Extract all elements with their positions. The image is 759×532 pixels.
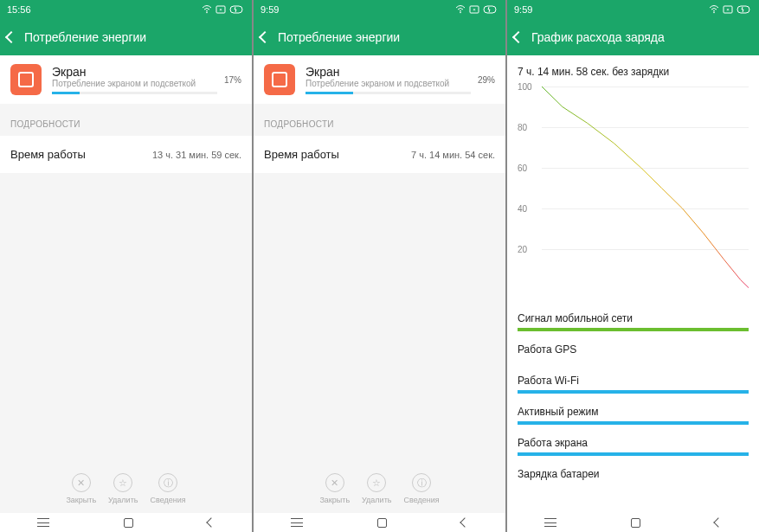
info-icon: ⓘ	[412, 473, 431, 492]
nav-back-icon[interactable]	[460, 517, 469, 527]
signal-bar	[518, 421, 749, 425]
bottom-actions: ✕Закрыть ☆Удалить ⓘСведения	[0, 465, 252, 513]
row-label: Время работы	[10, 148, 86, 161]
phone-screenshot-1: 15:56 × Потребление энергии Экран Потреб…	[0, 0, 252, 532]
signal-row: Работа экрана	[518, 437, 749, 456]
signal-bar	[518, 328, 749, 331]
header-title: График расхода заряда	[531, 30, 665, 44]
header: График расхода заряда	[507, 19, 759, 55]
status-bar: 9:59 ×	[507, 0, 759, 19]
svg-point-8	[713, 12, 715, 14]
status-time: 9:59	[514, 4, 532, 15]
card-subtitle: Потребление экраном и подсветкой	[52, 79, 217, 88]
signal-label: Активный режим	[518, 406, 749, 418]
screen-card[interactable]: Экран Потребление экраном и подсветкой 2…	[254, 55, 505, 104]
ytick-label: 40	[518, 204, 527, 214]
signal-row: Активный режим	[518, 406, 749, 425]
screen-icon	[264, 64, 295, 95]
svg-text:×: ×	[726, 7, 730, 12]
status-icons: ×	[455, 5, 498, 14]
screen-card[interactable]: Экран Потребление экраном и подсветкой 1…	[0, 55, 252, 104]
ytick-label: 20	[518, 245, 527, 254]
signal-row: Работа Wi-Fi	[518, 375, 749, 394]
nav-home-icon[interactable]	[377, 518, 387, 528]
header: Потребление энергии	[0, 19, 252, 55]
signal-label: Зарядка батареи	[518, 468, 749, 480]
nav-home-icon[interactable]	[631, 518, 640, 528]
header: Потребление энергии	[254, 19, 505, 55]
close-icon: ✕	[72, 473, 91, 492]
ytick-label: 80	[518, 123, 527, 132]
close-button[interactable]: ✕Закрыть	[319, 473, 350, 504]
screen-icon	[10, 64, 42, 95]
svg-text:×: ×	[473, 7, 476, 12]
ytick-label: 100	[518, 82, 532, 92]
progress-bar	[52, 92, 217, 94]
card-title: Экран	[306, 65, 471, 79]
section-label: ПОДРОБНОСТИ	[0, 104, 252, 136]
info-button[interactable]: ⓘСведения	[150, 473, 185, 504]
nav-back-icon[interactable]	[713, 517, 723, 527]
header-title: Потребление энергии	[278, 30, 400, 44]
row-label: Время работы	[264, 148, 339, 161]
nav-back-icon[interactable]	[206, 517, 215, 527]
status-bar: 15:56 ×	[0, 0, 252, 19]
row-value: 13 ч. 31 мин. 59 сек.	[152, 150, 241, 160]
signal-label: Сигнал мобильной сети	[518, 312, 749, 324]
signal-bar	[518, 484, 749, 487]
section-label: ПОДРОБНОСТИ	[254, 104, 505, 136]
delete-button[interactable]: ☆Удалить	[362, 473, 391, 504]
svg-point-0	[206, 12, 208, 14]
info-icon: ⓘ	[158, 473, 177, 492]
battery-line	[542, 87, 749, 290]
card-subtitle: Потребление экраном и подсветкой	[306, 79, 471, 88]
nav-bar	[254, 513, 505, 532]
signal-label: Работа экрана	[518, 437, 749, 449]
svg-text:×: ×	[219, 7, 222, 12]
nav-menu-icon[interactable]	[544, 518, 556, 527]
signal-bar	[518, 359, 749, 362]
detail-row[interactable]: Время работы 7 ч. 14 мин. 54 сек.	[254, 136, 505, 173]
signal-label: Работа GPS	[518, 343, 749, 356]
status-icons: ×	[709, 5, 752, 14]
row-value: 7 ч. 14 мин. 54 сек.	[411, 150, 495, 160]
back-icon[interactable]	[5, 31, 17, 43]
signals-list: Сигнал мобильной сетиРабота GPSРабота Wi…	[507, 312, 759, 504]
signal-row: Зарядка батареи	[518, 468, 749, 487]
detail-row[interactable]: Время работы 13 ч. 31 мин. 59 сек.	[0, 136, 252, 173]
status-bar: 9:59 ×	[254, 0, 505, 19]
phone-screenshot-3: 9:59 × График расхода заряда 7 ч. 14 мин…	[507, 0, 759, 532]
star-icon: ☆	[113, 473, 132, 492]
svg-point-4	[460, 12, 461, 14]
back-icon[interactable]	[512, 31, 524, 43]
close-button[interactable]: ✕Закрыть	[66, 473, 96, 504]
nav-menu-icon[interactable]	[37, 518, 49, 527]
nav-menu-icon[interactable]	[291, 518, 303, 527]
ytick-label: 60	[518, 163, 527, 173]
status-time: 15:56	[7, 4, 31, 15]
info-button[interactable]: ⓘСведения	[403, 473, 439, 504]
close-icon: ✕	[325, 473, 344, 492]
card-percent: 17%	[224, 75, 241, 85]
battery-chart: 7 ч. 14 мин. 58 сек. без зарядки 1008060…	[507, 55, 759, 300]
card-percent: 29%	[478, 75, 495, 85]
star-icon: ☆	[367, 473, 386, 492]
bottom-actions: ✕Закрыть ☆Удалить ⓘСведения	[254, 465, 505, 513]
signal-bar	[518, 390, 749, 394]
phone-screenshot-2: 9:59 × Потребление энергии Экран Потребл…	[254, 0, 505, 532]
signal-row: Сигнал мобильной сети	[518, 312, 749, 331]
progress-bar	[306, 92, 471, 94]
nav-bar	[507, 513, 759, 532]
signal-row: Работа GPS	[518, 343, 749, 362]
delete-button[interactable]: ☆Удалить	[108, 473, 138, 504]
back-icon[interactable]	[259, 31, 271, 43]
status-icons: ×	[202, 5, 245, 14]
chart-title: 7 ч. 14 мин. 58 сек. без зарядки	[518, 66, 749, 78]
signal-label: Работа Wi-Fi	[518, 375, 749, 387]
nav-bar	[0, 513, 252, 532]
nav-home-icon[interactable]	[124, 518, 133, 528]
signal-bar	[518, 452, 749, 456]
card-title: Экран	[52, 65, 217, 79]
status-time: 9:59	[261, 4, 279, 15]
header-title: Потребление энергии	[24, 30, 146, 44]
